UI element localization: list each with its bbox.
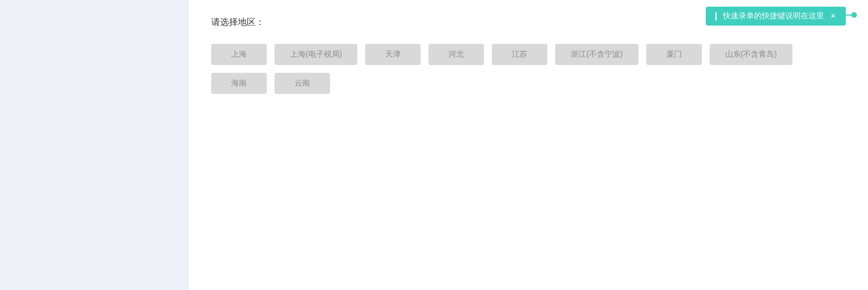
region-button-shanghai[interactable]: 上海 (211, 44, 267, 65)
region-button-yunnan[interactable]: 云南 (275, 73, 330, 94)
sidebar (0, 0, 189, 290)
region-button-jiangsu[interactable]: 江苏 (492, 44, 547, 65)
tooltip-text: 快速录单的快捷键说明在这里 (723, 11, 824, 21)
region-button-xiamen[interactable]: 厦门 (646, 44, 702, 65)
tooltip-banner: 快速录单的快捷键说明在这里 × (706, 7, 846, 26)
region-button-tianjin[interactable]: 天津 (365, 44, 421, 65)
tooltip-connector-dot (851, 12, 857, 18)
region-button-shanghai-etax[interactable]: 上海(电子税局) (275, 44, 357, 65)
region-button-group: 上海上海(电子税局)天津河北江苏浙江(不含宁波)厦门山东(不含青岛)海南云南 (211, 44, 846, 94)
region-button-hainan[interactable]: 海南 (211, 73, 267, 94)
main-content: 请选择地区： 上海上海(电子税局)天津河北江苏浙江(不含宁波)厦门山东(不含青岛… (189, 0, 868, 290)
region-button-shandong[interactable]: 山东(不含青岛) (710, 44, 792, 65)
tooltip-close-button[interactable]: × (830, 12, 837, 21)
region-button-hebei[interactable]: 河北 (428, 44, 484, 65)
region-button-zhejiang[interactable]: 浙江(不含宁波) (555, 44, 638, 65)
